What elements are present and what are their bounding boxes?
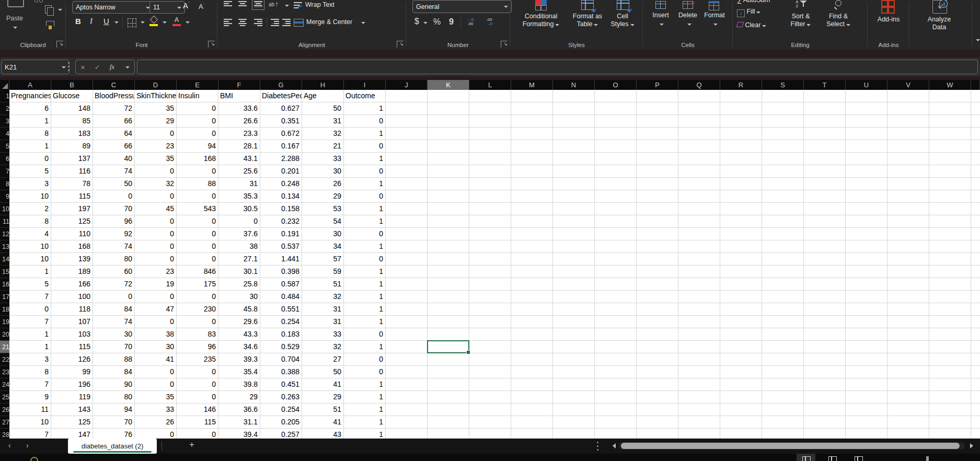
cell-F18[interactable]: 45.8 xyxy=(218,303,260,316)
cell-K10[interactable] xyxy=(428,203,469,215)
cell-A19[interactable]: 7 xyxy=(9,316,51,328)
cell-G20[interactable]: 0.183 xyxy=(260,328,302,341)
cell-T27[interactable] xyxy=(804,416,846,429)
cell-D15[interactable]: 23 xyxy=(135,266,177,278)
cell-Q10[interactable] xyxy=(678,203,720,215)
cell-F4[interactable]: 23.3 xyxy=(218,128,260,140)
column-header-O[interactable]: O xyxy=(595,80,637,90)
cell-O19[interactable] xyxy=(595,316,637,328)
cell-C27[interactable]: 70 xyxy=(93,416,135,429)
cell-D3[interactable]: 29 xyxy=(135,115,177,128)
cell-F16[interactable]: 25.8 xyxy=(218,278,260,291)
cell-P15[interactable] xyxy=(637,266,678,278)
cell-K13[interactable] xyxy=(428,240,469,253)
cell-J23[interactable] xyxy=(386,366,428,378)
cell-M18[interactable] xyxy=(511,303,553,316)
cell-Q16[interactable] xyxy=(678,278,720,291)
cell-U27[interactable] xyxy=(846,416,887,429)
cell-M23[interactable] xyxy=(511,366,553,378)
cell-L2[interactable] xyxy=(469,102,511,115)
active-cell-selection[interactable] xyxy=(427,340,469,353)
enter-icon[interactable]: ✓ xyxy=(95,63,100,71)
cell-Q19[interactable] xyxy=(678,316,720,328)
column-header-Q[interactable]: Q xyxy=(678,80,720,90)
cell-N16[interactable] xyxy=(553,278,595,291)
cell-D10[interactable]: 45 xyxy=(135,203,177,215)
cell-B2[interactable]: 148 xyxy=(51,102,93,115)
cell-C13[interactable]: 74 xyxy=(93,240,135,253)
cell-E11[interactable]: 0 xyxy=(177,215,218,228)
cell-W28[interactable] xyxy=(929,429,971,439)
cell-W20[interactable] xyxy=(929,328,971,341)
row-header-28[interactable]: 28 xyxy=(0,429,9,439)
cell-M6[interactable] xyxy=(511,153,553,165)
cell-P7[interactable] xyxy=(637,165,678,178)
cell-C17[interactable]: 0 xyxy=(93,291,135,303)
row-header-8[interactable]: 8 xyxy=(0,178,9,190)
cell-O7[interactable] xyxy=(595,165,637,178)
cell-N14[interactable] xyxy=(553,253,595,266)
fill-color-dropdown-icon[interactable] xyxy=(163,21,167,24)
cell-C18[interactable]: 84 xyxy=(93,303,135,316)
cell-K28[interactable] xyxy=(428,429,469,439)
cell-F6[interactable]: 43.1 xyxy=(218,153,260,165)
cell-L10[interactable] xyxy=(469,203,511,215)
increase-indent-icon[interactable]: → xyxy=(282,19,291,26)
cell-G4[interactable]: 0.672 xyxy=(260,128,302,140)
column-header-P[interactable]: P xyxy=(637,80,678,90)
cell-O25[interactable] xyxy=(595,391,637,404)
column-header-D[interactable]: D xyxy=(135,80,177,90)
cell-E21[interactable]: 96 xyxy=(177,341,218,353)
cell-C3[interactable]: 66 xyxy=(93,115,135,128)
cell-Q20[interactable] xyxy=(678,328,720,341)
cell-N1[interactable] xyxy=(553,90,595,102)
cell-T14[interactable] xyxy=(804,253,846,266)
cell-N20[interactable] xyxy=(553,328,595,341)
cell-G23[interactable]: 0.388 xyxy=(260,366,302,378)
cell-W7[interactable] xyxy=(929,165,971,178)
cell-W17[interactable] xyxy=(929,291,971,303)
cell-A4[interactable]: 8 xyxy=(9,128,51,140)
page-layout-view-button[interactable] xyxy=(823,454,841,461)
cell-K14[interactable] xyxy=(428,253,469,266)
cell-A2[interactable]: 6 xyxy=(9,102,51,115)
cell-L25[interactable] xyxy=(469,391,511,404)
cell-J2[interactable] xyxy=(386,102,428,115)
cell-M26[interactable] xyxy=(511,404,553,416)
cell-D18[interactable]: 47 xyxy=(135,303,177,316)
cell-H7[interactable]: 30 xyxy=(302,165,344,178)
cell-I9[interactable]: 0 xyxy=(344,190,386,203)
cell-E8[interactable]: 88 xyxy=(177,178,218,190)
decrease-indent-icon[interactable]: ← xyxy=(271,19,279,26)
cell-D26[interactable]: 33 xyxy=(135,404,177,416)
cell-U25[interactable] xyxy=(846,391,887,404)
cell-V3[interactable] xyxy=(887,115,929,128)
cell-R4[interactable] xyxy=(720,128,762,140)
cell-E4[interactable]: 0 xyxy=(177,128,218,140)
cell-C16[interactable]: 72 xyxy=(93,278,135,291)
cell-T21[interactable] xyxy=(804,341,846,353)
cell-J6[interactable] xyxy=(386,153,428,165)
worksheet-grid[interactable]: 1PregnanciesGlucoseBloodPressureSkinThic… xyxy=(0,90,980,439)
cell-N24[interactable] xyxy=(553,378,595,391)
cell-M4[interactable] xyxy=(511,128,553,140)
cell-C9[interactable]: 0 xyxy=(93,190,135,203)
cell-A20[interactable]: 1 xyxy=(9,328,51,341)
cell-B25[interactable]: 119 xyxy=(51,391,93,404)
cell-H16[interactable]: 51 xyxy=(302,278,344,291)
cell-U28[interactable] xyxy=(846,429,887,439)
cell-R3[interactable] xyxy=(720,115,762,128)
cell-U24[interactable] xyxy=(846,378,887,391)
cell-A26[interactable]: 11 xyxy=(9,404,51,416)
cell-G5[interactable]: 0.167 xyxy=(260,140,302,153)
cell-M28[interactable] xyxy=(511,429,553,439)
cell-G8[interactable]: 0.248 xyxy=(260,178,302,190)
column-header-F[interactable]: F xyxy=(218,80,260,90)
cell-P28[interactable] xyxy=(637,429,678,439)
cell-M7[interactable] xyxy=(511,165,553,178)
cell-I28[interactable]: 1 xyxy=(344,429,386,439)
cell-R16[interactable] xyxy=(720,278,762,291)
cell-C12[interactable]: 92 xyxy=(93,228,135,240)
bottom-align-icon[interactable] xyxy=(254,1,262,8)
cell-K25[interactable] xyxy=(428,391,469,404)
